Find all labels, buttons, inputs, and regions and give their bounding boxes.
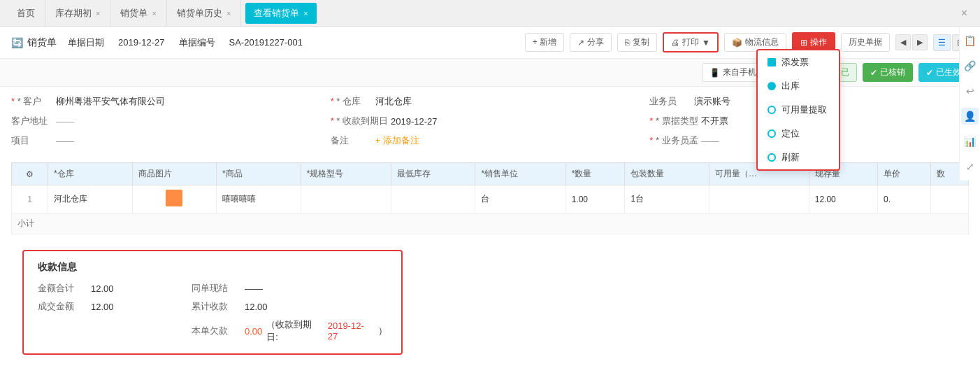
tab-inventory-init-close[interactable]: × <box>96 9 100 17</box>
min-stock-header: 最低库存 <box>391 163 475 185</box>
cumulative-value: 12.00 <box>245 302 268 312</box>
history-button[interactable]: 历史单据 <box>841 33 890 52</box>
mobile-icon: 📱 <box>709 68 720 78</box>
list-view-button[interactable]: ☰ <box>933 34 951 51</box>
available-extract-icon <box>768 106 776 114</box>
tab-sales-order[interactable]: 销货单 × <box>110 0 166 27</box>
prev-button[interactable]: ◀ <box>895 34 911 50</box>
payment-owed-spacer <box>38 318 192 344</box>
outbound-label: 出库 <box>781 80 800 92</box>
note-field: 备注 添加备注 <box>331 134 650 147</box>
side-icon-5[interactable]: 📊 <box>961 133 979 150</box>
row-product: 嘻嘻嘻嘻 <box>217 185 301 213</box>
row-image <box>132 185 217 213</box>
dropdown-available-extract[interactable]: 可用量提取 <box>758 98 839 122</box>
payment-deal-row: 成交金额 12.00 <box>38 300 192 313</box>
locate-label: 定位 <box>781 127 800 140</box>
side-panel: 📋 🔗 ↩ 👤 📊 ⤢ <box>959 27 980 181</box>
note-label: 备注 <box>331 134 373 147</box>
share-icon: ↗ <box>577 38 584 48</box>
cancel-button[interactable]: ✔ 已核销 <box>863 63 913 82</box>
copy-icon: ⎘ <box>625 38 630 48</box>
logistics-icon: 📦 <box>732 38 742 48</box>
tab-view-sales[interactable]: 查看销货单 × <box>245 3 317 24</box>
fullscreen-icon[interactable]: ⤢ <box>963 158 977 175</box>
row-amount <box>931 185 969 213</box>
dropdown-add-invoice[interactable]: 添发票 <box>758 50 839 74</box>
tab-sales-order-close[interactable]: × <box>152 9 156 17</box>
payment-container: 收款信息 金额合计 12.00 同单现结 —— 成交金额 12.00 累计收款 … <box>0 234 980 370</box>
tab-view-sales-close[interactable]: × <box>303 9 308 17</box>
due-date-label: * 收款到期日 <box>331 115 388 127</box>
dropdown-locate[interactable]: 定位 <box>758 122 839 146</box>
window-close-button[interactable]: × <box>956 7 973 20</box>
row-available <box>709 185 809 213</box>
deal-label: 成交金额 <box>38 300 87 313</box>
owed-label: 本单欠款 <box>192 325 240 337</box>
owed-end: ） <box>378 325 387 337</box>
doc-icon: 🔄 <box>11 37 23 48</box>
payment-owed-row: 本单欠款 0.00 （收款到期日: 2019-12-27 ） <box>192 318 387 344</box>
table-container: ⚙ *仓库 商品图片 *商品 *规格型号 最低库存 *销售单位 *数量 包装数量… <box>0 162 980 234</box>
add-invoice-label: 添发票 <box>781 56 809 69</box>
row-qty: 1.00 <box>565 185 625 213</box>
customer-value: 柳州粤港平安气体有限公司 <box>56 95 165 108</box>
ticket-label: * 票据类型 <box>649 115 698 127</box>
customer-field: * 客户 柳州粤港平安气体有限公司 <box>11 95 331 108</box>
dropdown-outbound[interactable]: 出库 <box>758 74 839 98</box>
add-note-button[interactable]: 添加备注 <box>375 134 419 147</box>
mobile-button[interactable]: 📱 来自手机 <box>702 63 764 82</box>
side-icon-1[interactable]: 📋 <box>961 32 979 49</box>
tab-sales-history-close[interactable]: × <box>226 9 231 17</box>
qty-header: *数量 <box>565 163 625 185</box>
salesperson-value: —— <box>701 136 719 146</box>
print-icon: 🖨 <box>671 38 679 48</box>
deal-value: 12.00 <box>91 302 114 312</box>
gear-header[interactable]: ⚙ <box>12 163 48 185</box>
product-header: *商品 <box>217 163 301 185</box>
operate-dropdown: 添发票 出库 可用量提取 定位 刷新 <box>756 49 840 171</box>
row-num: 1 <box>12 185 48 213</box>
side-icon-4[interactable]: 👤 <box>961 108 979 125</box>
nav-arrows: ◀ ▶ <box>895 34 928 50</box>
project-field: 项目 —— <box>11 134 331 147</box>
print-button[interactable]: 🖨 打印 ▼ <box>663 32 719 52</box>
row-unit: 台 <box>475 185 565 213</box>
tab-sales-history[interactable]: 销货单历史 × <box>167 0 241 27</box>
cumulative-label: 累计收款 <box>192 300 240 313</box>
new-button[interactable]: + 新增 <box>525 33 564 52</box>
refresh-label: 刷新 <box>781 151 800 164</box>
address-field: 客户地址 —— <box>11 115 331 127</box>
payment-grid: 金额合计 12.00 同单现结 —— 成交金额 12.00 累计收款 12.00 <box>38 282 387 344</box>
number-label: 单据编号 <box>179 36 215 49</box>
row-min-stock <box>391 185 475 213</box>
side-icon-3[interactable]: ↩ <box>963 83 977 99</box>
available-extract-label: 可用量提取 <box>781 104 827 116</box>
price-header: 单价 <box>878 163 931 185</box>
salesperson-label: * 业务员孟 <box>649 134 698 147</box>
share-button[interactable]: ↗ 分享 <box>570 33 612 52</box>
dropdown-refresh[interactable]: 刷新 <box>758 146 839 169</box>
payment-title: 收款信息 <box>38 261 387 274</box>
due-date-value: 2019-12-27 <box>391 116 438 127</box>
date-label: 单据日期 <box>68 36 104 49</box>
row-pkg-qty: 1台 <box>625 185 709 213</box>
address-label: 客户地址 <box>11 115 53 127</box>
tab-home[interactable]: 首页 <box>7 0 45 27</box>
effective-check-icon: ✔ <box>926 68 933 78</box>
refresh-icon <box>768 153 776 162</box>
address-value: —— <box>56 116 74 127</box>
tab-bar: 首页 库存期初 × 销货单 × 销货单历史 × 查看销货单 × × <box>0 0 980 27</box>
payment-total-row: 金额合计 12.00 <box>38 282 192 295</box>
tab-inventory-init[interactable]: 库存期初 × <box>45 0 110 27</box>
subtotal-row: 小计 <box>12 213 969 234</box>
unit-header: *销售单位 <box>475 163 565 185</box>
staff-value: 演示账号 <box>694 95 730 108</box>
copy-button[interactable]: ⎘ 复制 <box>617 33 657 52</box>
side-icon-2[interactable]: 🔗 <box>961 57 979 74</box>
date-value: 2019-12-27 <box>118 37 165 48</box>
owed-value: 0.00 <box>245 326 262 337</box>
next-button[interactable]: ▶ <box>912 34 928 50</box>
ticket-value: 不开票 <box>701 115 728 127</box>
project-label: 项目 <box>11 134 53 147</box>
